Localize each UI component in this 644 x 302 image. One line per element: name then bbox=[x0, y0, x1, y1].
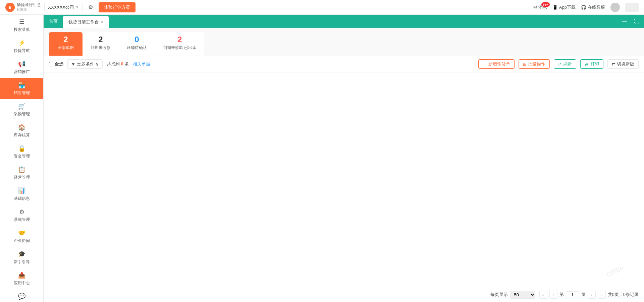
found-unit: 条 bbox=[124, 61, 129, 66]
trial-button[interactable]: 体验行业方案 bbox=[99, 2, 136, 12]
first-page-button[interactable]: « bbox=[539, 291, 547, 299]
sidebar-item-enterprise-wechat[interactable]: 💬 企业微信 bbox=[0, 289, 43, 302]
page-label: 第 bbox=[559, 292, 564, 298]
stat-tab-overdue-uncollect[interactable]: 2 到期未收款 bbox=[83, 32, 119, 56]
stat-tab-overdue-unshipped[interactable]: 2 到期未收款 已出库 bbox=[155, 32, 204, 56]
app-download-icon: 📱 bbox=[552, 5, 558, 10]
sidebar-label-basic-info: 基础信息 bbox=[14, 196, 30, 201]
message-badge: 99+ bbox=[541, 2, 550, 7]
inventory-icon: 🏠 bbox=[18, 124, 25, 131]
add-sales-bill-button[interactable]: ＋ 新增销货单 bbox=[478, 59, 515, 69]
online-service-button[interactable]: 🎧 在线客服 bbox=[581, 4, 605, 10]
last-page-button[interactable]: » bbox=[598, 291, 606, 299]
sidebar-label-newbie-guide: 新手引导 bbox=[14, 259, 30, 265]
switch-icon: ⇄ bbox=[612, 62, 615, 67]
sidebar-item-app-center[interactable]: 📥 应用中心 bbox=[0, 268, 43, 289]
stat-label-all: 全部单据 bbox=[58, 45, 74, 51]
sidebar-item-purchase[interactable]: 🛒 采购管理 bbox=[0, 99, 43, 120]
app-download-button[interactable]: 📱 App下载 bbox=[552, 4, 576, 10]
sidebar-item-system[interactable]: ⚙ 系统管理 bbox=[0, 205, 43, 226]
company-name: XXXXXX公司 bbox=[48, 4, 74, 10]
layout: ☰ 搜索菜单 ⚡ 快捷导航 📢 营销推广 🏪 销售管理 🛒 采购管理 🏠 库存核… bbox=[0, 15, 644, 302]
switch-version-button[interactable]: ⇄ 切换新版 bbox=[607, 59, 639, 69]
search-menu-icon: ☰ bbox=[19, 18, 24, 25]
sidebar-item-search-menu[interactable]: ☰ 搜索菜单 bbox=[0, 15, 43, 36]
company-selector[interactable]: XXXXXX公司 ▼ bbox=[44, 3, 83, 12]
batch-icon: ⊞ bbox=[523, 62, 527, 67]
tab-maximize-button[interactable]: ⛶ bbox=[632, 17, 641, 26]
select-all-label: 全选 bbox=[55, 61, 63, 67]
purchase-icon: 🛒 bbox=[18, 103, 25, 110]
sidebar-item-quick-nav[interactable]: ⚡ 快捷导航 bbox=[0, 36, 43, 57]
toolbar-right: ＋ 新增销货单 ⊞ 批量操作 ↺ 刷新 🖨 打印 bbox=[478, 59, 639, 69]
sidebar-item-sales[interactable]: 🏪 销售管理 bbox=[0, 78, 43, 99]
batch-operation-button[interactable]: ⊞ 批量操作 bbox=[519, 59, 550, 69]
per-page-area: 每页显示 10 20 50 100 bbox=[490, 291, 535, 299]
stat-num-overdue-unshipped: 2 bbox=[177, 35, 182, 44]
tab-bar-actions: — ⛶ bbox=[620, 17, 644, 26]
sidebar-item-inventory[interactable]: 🏠 库存核算 bbox=[0, 120, 43, 141]
refresh-icon: ↺ bbox=[558, 62, 562, 67]
related-bill-link[interactable]: 相关单据 bbox=[133, 61, 150, 67]
main-area: 首页 钱货日清工作台 × — ⛶ 2 全部单据 2 到期未收款 bbox=[44, 15, 644, 302]
table-area bbox=[44, 72, 644, 287]
sidebar-item-enterprise-coop[interactable]: 🤝 企业协同 bbox=[0, 226, 43, 247]
user-name-area[interactable] bbox=[625, 3, 639, 12]
tab-minimize-button[interactable]: — bbox=[620, 17, 629, 26]
sidebar-label-quick-nav: 快捷导航 bbox=[14, 48, 30, 54]
stat-label-overdue-uncollect: 到期未收款 bbox=[91, 45, 111, 51]
filter-label: 更多条件 bbox=[77, 61, 94, 67]
refresh-label: 刷新 bbox=[563, 61, 572, 67]
batch-label: 批量操作 bbox=[528, 61, 545, 67]
avatar[interactable] bbox=[610, 3, 620, 12]
quick-nav-icon: ⚡ bbox=[18, 39, 25, 47]
tab-cash-daily[interactable]: 钱货日清工作台 × bbox=[63, 16, 109, 28]
chevron-down-icon: ▼ bbox=[75, 5, 79, 9]
message-button[interactable]: ✉ 消息 99+ bbox=[533, 4, 547, 10]
enterprise-coop-icon: 🤝 bbox=[18, 229, 25, 237]
add-icon: ＋ bbox=[483, 61, 487, 67]
online-service-label: 在线客服 bbox=[588, 4, 605, 10]
print-button[interactable]: 🖨 打印 bbox=[580, 59, 603, 69]
filter-button[interactable]: ▼ 更多条件 ∨ bbox=[67, 59, 103, 69]
sidebar-item-newbie-guide[interactable]: 🎓 新手引导 bbox=[0, 247, 43, 268]
system-icon: ⚙ bbox=[19, 208, 24, 216]
stat-label-wangpu-pending: 旺铺待确认 bbox=[127, 45, 147, 51]
page-input[interactable] bbox=[566, 291, 579, 298]
per-page-select[interactable]: 10 20 50 100 bbox=[510, 291, 535, 299]
sidebar-item-capital[interactable]: 🔒 资金管理 bbox=[0, 141, 43, 163]
settings-icon[interactable]: ⚙ bbox=[86, 3, 95, 12]
tab-close-icon[interactable]: × bbox=[101, 20, 103, 24]
sidebar-label-system: 系统管理 bbox=[14, 217, 30, 223]
sidebar: ☰ 搜索菜单 ⚡ 快捷导航 📢 营销推广 🏪 销售管理 🛒 采购管理 🏠 库存核… bbox=[0, 15, 44, 302]
logo-area: 6 畅捷通好生意 标准版 bbox=[5, 2, 41, 12]
sidebar-label-app-center: 应用中心 bbox=[14, 280, 30, 286]
top-bar: 6 畅捷通好生意 标准版 XXXXXX公司 ▼ ⚙ 体验行业方案 ✉ 消息 99… bbox=[0, 0, 644, 15]
refresh-button[interactable]: ↺ 刷新 bbox=[554, 59, 576, 69]
service-icon: 🎧 bbox=[581, 5, 586, 10]
select-all-checkbox[interactable] bbox=[49, 62, 53, 66]
operation-icon: 📋 bbox=[18, 166, 25, 173]
stat-num-overdue-uncollect: 2 bbox=[98, 35, 103, 44]
sidebar-item-operation[interactable]: 📋 经营管理 bbox=[0, 163, 43, 184]
sidebar-label-purchase: 采购管理 bbox=[14, 111, 30, 117]
sidebar-item-basic-info[interactable]: 📊 基础信息 bbox=[0, 184, 43, 205]
switch-label: 切换新版 bbox=[617, 61, 634, 67]
prev-page-button[interactable]: ‹ bbox=[549, 291, 557, 299]
stat-tab-all[interactable]: 2 全部单据 bbox=[49, 32, 83, 56]
logo-text-area: 畅捷通好生意 标准版 bbox=[17, 2, 41, 12]
basic-info-icon: 📊 bbox=[18, 187, 25, 194]
logo-main-text: 畅捷通好生意 bbox=[17, 2, 41, 8]
stat-num-wangpu-pending: 0 bbox=[135, 35, 139, 44]
stat-label-overdue-unshipped: 到期未收款 已出库 bbox=[163, 45, 196, 51]
pagination: « ‹ 第 页 › » 共0页，0条记录 bbox=[539, 291, 639, 299]
select-all-area[interactable]: 全选 bbox=[49, 61, 63, 67]
stat-num-all: 2 bbox=[63, 35, 68, 44]
next-page-button[interactable]: › bbox=[588, 291, 596, 299]
filter-icon: ▼ bbox=[71, 62, 75, 67]
sidebar-item-marketing[interactable]: 📢 营销推广 bbox=[0, 57, 43, 78]
tab-home[interactable]: 首页 bbox=[44, 15, 63, 28]
app-download-label: App下载 bbox=[559, 4, 576, 10]
toolbar: 全选 ▼ 更多条件 ∨ 共找到 0 条 相关单据 bbox=[44, 56, 644, 72]
stat-tab-wangpu-pending[interactable]: 0 旺铺待确认 bbox=[119, 32, 155, 56]
